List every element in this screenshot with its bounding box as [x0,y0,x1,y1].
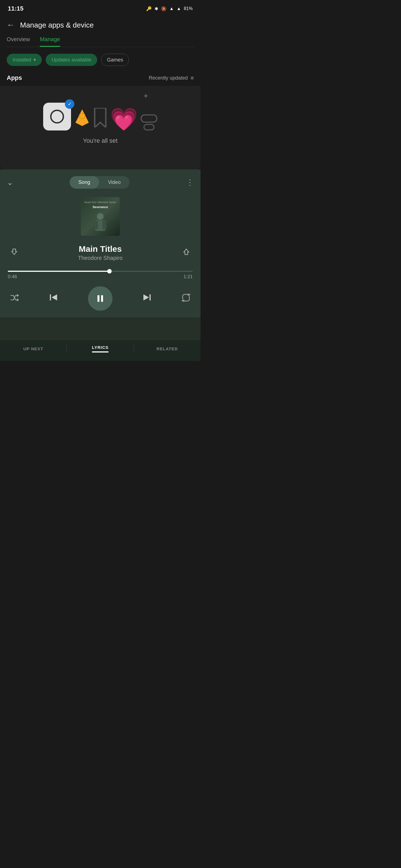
manage-apps-section: ← Manage apps & device Overview Manage I… [0,15,200,86]
pin-icon [74,108,90,130]
tab-bar: Overview Manage [7,34,194,47]
thumbs-up-button[interactable] [182,248,191,258]
bookmark-icon [93,108,107,130]
bluetooth-icon: ✱ [154,6,158,11]
svg-rect-7 [50,294,51,301]
song-artist: Theodore Shapiro [78,255,122,261]
tab-video[interactable]: Video [99,176,130,189]
status-bar: 11:15 🔑 ✱ 🔕 ▲ ▲ 81% [0,0,200,15]
pause-button[interactable] [88,286,113,311]
circle-icon [50,110,64,124]
chat-bubbles-icon [141,114,157,130]
status-icons: 🔑 ✱ 🔕 ▲ ▲ 81% [146,6,193,11]
total-time: 1:21 [183,274,193,280]
song-text: Main Titles Theodore Shapiro [78,244,122,261]
chip-games-label: Games [107,57,123,63]
repeat-button[interactable] [181,293,191,304]
wifi-icon: ▲ [169,6,174,11]
sort-lines-icon: ≡ [191,75,194,81]
apps-section-label: Apps [7,74,22,82]
nav-up-next-label: UP NEXT [23,346,44,351]
nav-lyrics-label: LYRICS [92,345,109,350]
chip-installed-arrow: ▾ [33,57,36,63]
time-labels: 0:46 1:21 [8,274,193,280]
song-title: Main Titles [78,244,122,254]
tab-overview[interactable]: Overview [7,36,30,47]
svg-marker-8 [52,294,57,301]
app-icon-check: ✓ [43,103,71,130]
sort-button[interactable]: Recently updated ≡ [149,75,194,81]
svg-point-3 [97,213,104,220]
sparkle-icon: ✦ [143,92,149,101]
all-set-caption: You're all set [83,137,117,150]
player-mode-tabs: Song Video [69,176,130,189]
bubble-small [143,124,154,130]
apps-list-header: Apps Recently updated ≡ [7,71,194,86]
svg-rect-12 [149,294,151,301]
player-top-bar: ⌄ Song Video ⋮ [0,169,200,189]
progress-container[interactable]: 0:46 1:21 [0,264,200,280]
skip-next-button[interactable] [142,293,152,304]
nav-lyrics[interactable]: LYRICS [67,345,134,352]
song-info: Main Titles Theodore Shapiro [0,242,200,264]
progress-thumb[interactable] [107,269,112,274]
back-button[interactable]: ← [7,21,15,30]
progress-track[interactable] [8,271,193,272]
shuffle-button[interactable] [10,294,19,304]
svg-marker-11 [143,294,149,301]
nav-related-label: RELATED [156,346,178,351]
chip-games[interactable]: Games [101,54,129,66]
more-options-button[interactable]: ⋮ [186,178,194,187]
check-badge: ✓ [65,99,74,109]
current-time: 0:46 [8,274,17,280]
tab-song[interactable]: Song [69,176,99,189]
illustration-area: ✦ ✓ 💗 [0,86,200,169]
sort-text: Recently updated [149,75,188,81]
progress-fill [8,271,109,272]
album-art-image: Music from Television Series Severance [81,197,120,236]
chip-updates-label: Updates available [52,57,91,63]
nav-related[interactable]: RELATED [134,346,200,351]
svg-point-1 [79,113,85,119]
checkmark-icon: ✓ [68,101,72,107]
svg-rect-9 [97,295,99,302]
manage-header: ← Manage apps & device [7,15,194,34]
album-art: Music from Television Series Severance [81,197,120,236]
svg-marker-2 [95,108,106,127]
svg-rect-6 [103,221,106,229]
album-art-container: Music from Television Series Severance [0,189,200,242]
chip-updates[interactable]: Updates available [46,54,97,66]
heart-icon: 💗 [110,108,138,130]
bottom-section [0,317,200,340]
playback-controls [0,280,200,317]
thumbs-down-button[interactable] [10,248,18,258]
signal-icon: ▲ [176,6,181,11]
nav-lyrics-indicator [92,351,109,352]
svg-rect-5 [94,221,98,229]
mute-icon: 🔕 [161,6,167,11]
tab-manage[interactable]: Manage [40,36,60,47]
svg-rect-10 [101,295,103,302]
key-icon: 🔑 [146,6,152,11]
battery-level: 81% [184,6,193,11]
status-time: 11:15 [8,5,23,12]
illustration-icons: ✦ ✓ 💗 [43,103,157,130]
page-title: Manage apps & device [20,21,94,30]
skip-previous-button[interactable] [49,293,58,304]
chip-installed[interactable]: Installed ▾ [7,54,42,66]
filter-chips: Installed ▾ Updates available Games [7,47,194,71]
bottom-nav: UP NEXT LYRICS RELATED [0,340,200,361]
nav-up-next[interactable]: UP NEXT [0,346,66,351]
bubble-large [141,114,157,123]
collapse-button[interactable]: ⌄ [7,178,13,187]
music-player: ⌄ Song Video ⋮ Music from Television Ser… [0,169,200,317]
chip-installed-label: Installed [12,57,31,63]
